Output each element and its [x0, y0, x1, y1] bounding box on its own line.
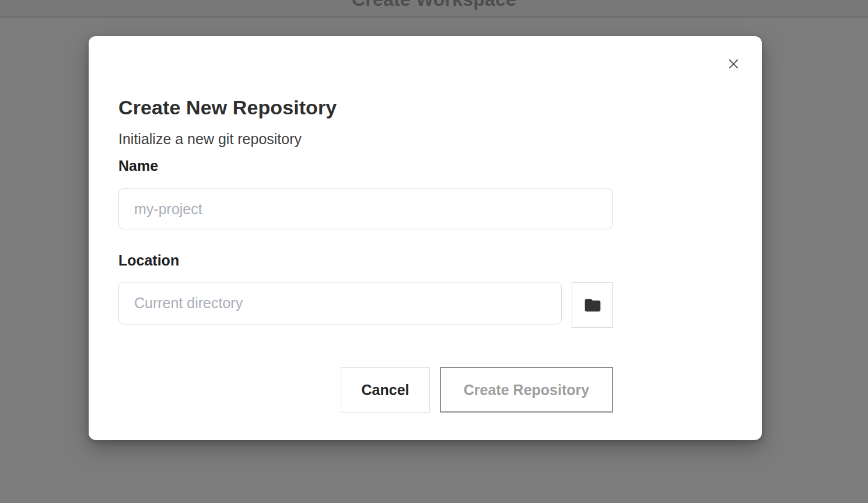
create-repository-dialog: Create New Repository Initialize a new g… [89, 36, 762, 440]
background-page-title: Create Workspace [0, 0, 868, 11]
location-input[interactable] [118, 282, 562, 324]
close-icon [727, 57, 740, 71]
name-input[interactable] [118, 188, 613, 229]
create-repository-button[interactable]: Create Repository [440, 367, 613, 413]
background-header: Create Workspace [0, 0, 868, 17]
dialog-subtitle: Initialize a new git repository [118, 130, 302, 148]
name-label: Name [118, 158, 158, 174]
close-button[interactable] [720, 51, 746, 76]
page-root: Create Workspace Create New Repository I… [0, 0, 868, 503]
dialog-title: Create New Repository [118, 97, 337, 118]
cancel-button[interactable]: Cancel [341, 367, 430, 413]
browse-folder-button[interactable] [572, 282, 613, 328]
background-header-divider [0, 16, 868, 18]
location-label: Location [118, 252, 179, 269]
folder-icon [582, 296, 604, 315]
